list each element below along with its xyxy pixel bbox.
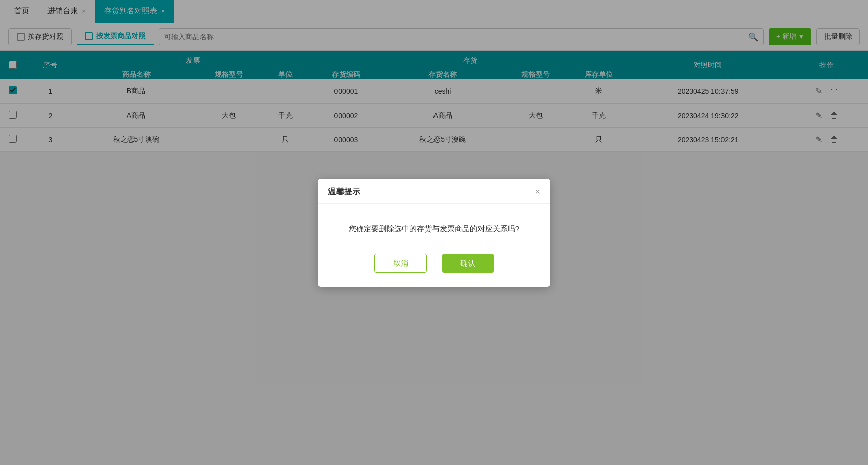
- btn-cancel[interactable]: 取消: [374, 254, 427, 273]
- dialog-footer: 取消 确认: [318, 249, 550, 287]
- dialog-overlay: 温馨提示 × 您确定要删除选中的存货与发票商品的对应关系吗? 取消 确认: [0, 0, 868, 465]
- dialog: 温馨提示 × 您确定要删除选中的存货与发票商品的对应关系吗? 取消 确认: [318, 179, 550, 287]
- dialog-close-button[interactable]: ×: [535, 187, 540, 196]
- btn-confirm[interactable]: 确认: [442, 254, 494, 273]
- dialog-header: 温馨提示 ×: [318, 179, 550, 204]
- dialog-title: 温馨提示: [328, 187, 360, 197]
- dialog-message: 您确定要删除选中的存货与发票商品的对应关系吗?: [349, 224, 519, 233]
- btn-confirm-label: 确认: [460, 259, 475, 267]
- dialog-body: 您确定要删除选中的存货与发票商品的对应关系吗?: [318, 204, 550, 249]
- btn-cancel-label: 取消: [393, 259, 408, 267]
